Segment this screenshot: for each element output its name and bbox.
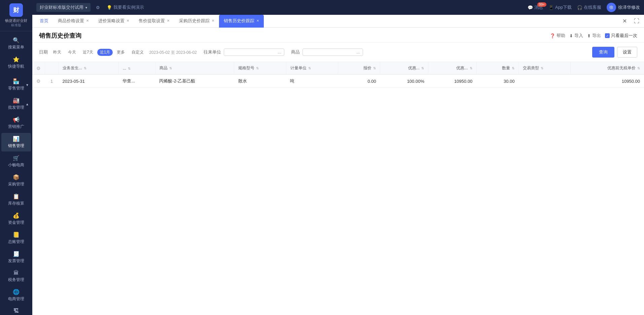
sidebar-item-invoice[interactable]: 🧾 发票管理 [1,248,31,267]
version-selector[interactable]: 好业财标准版交付试用 ▾ [36,3,91,12]
sidebar-item-quicknav[interactable]: ⭐ 快捷导航 [1,54,31,72]
username: 徐泽华修改 [618,4,640,10]
tab-sales-history[interactable]: 销售历史价跟踪 ✕ [219,15,264,28]
date-option-custom[interactable]: 自定义 [129,49,146,56]
only-last-checkbox[interactable]: ✓ [605,33,610,38]
date-option-more[interactable]: 更多 [114,49,128,56]
sidebar-item-tax[interactable]: 🏛 税务管理 [1,267,31,285]
app-download-btn[interactable]: 📱 App下载 [548,4,572,10]
col-date-sort-icon[interactable]: ⇅ [84,66,86,70]
online-service-btn[interactable]: 🎧 在线客服 [577,4,601,10]
sidebar-item-ecommerce-small[interactable]: 🛒 小畅电商 [1,152,31,171]
page-content: 销售历史价查询 ❓ 帮助 ⬇ 导入 ⬆ 导出 ✓ 只看最后一次 [32,28,644,315]
sidebar-item-assets[interactable]: 🏗 固定资产 [1,305,31,315]
wholesale-icon: 🏭 [13,97,20,104]
sidebar-item-search[interactable]: 🔍 搜索菜单 [1,34,31,53]
filter-bar: 日期 昨天 今天 近7天 近1月 更多 自定义 2023-05-02 至 202… [32,43,644,62]
sidebar-item-purchase[interactable]: 📦 采购管理 [1,171,31,190]
col-unit-sort-icon[interactable]: ⇅ [308,66,311,70]
col-taxfree-sort-icon[interactable]: ⇅ [637,66,640,70]
col-header-qty[interactable]: 数量 ⇅ [476,62,518,75]
export-btn[interactable]: ⬆ 导出 [587,33,601,39]
row-gear-icon[interactable]: ⚙ [36,78,41,84]
col-header-discount2[interactable]: 优惠... ⇅ [428,62,476,75]
sidebar-item-finance[interactable]: 💰 资金管理 [1,210,31,228]
col-header-unit[interactable]: 计量单位 ⇅ [286,62,338,75]
table-gear-icon[interactable]: ⚙ [36,66,41,71]
col-header-product[interactable]: 商品 ⇅ [155,62,234,75]
sidebar: 财 畅捷通好业财 标准版 🔍 搜索菜单 ⭐ 快捷导航 🏪 零售管理 ▼ 🏭 批发… [0,0,32,315]
sidebar-item-sales[interactable]: 📊 销售管理 [1,133,31,151]
col-trade-type-sort-icon[interactable]: ⇅ [541,66,543,70]
page-header: 销售历史价查询 ❓ 帮助 ⬇ 导入 ⬆ 导出 ✓ 只看最后一次 [32,28,644,43]
col-header-discount1[interactable]: 优惠... ⇅ [380,62,428,75]
topbar-settings-gear-icon: ⚙ [96,5,100,10]
row-tax-free-cell: 10950.00 [571,75,644,88]
tab-price-strategy-close-icon[interactable]: ✕ [127,19,129,23]
import-btn[interactable]: ⬇ 导入 [569,33,583,39]
date-option-yesterday[interactable]: 昨天 [50,49,64,56]
demo-link[interactable]: 💡 我要看实例演示 [107,4,144,10]
sidebar-item-inventory[interactable]: 📋 库存核算 [1,190,31,209]
col-discount1-sort-icon[interactable]: ⇅ [421,66,424,70]
tab-product-price-close-icon[interactable]: ✕ [86,19,89,23]
col-header-extra[interactable]: ... ⇅ [118,62,155,75]
tab-expand-btn[interactable]: ⛶ [632,16,641,26]
only-last-label: 只看最后一次 [611,33,637,39]
col-spec-label: 规格型号 [238,66,254,70]
invoice-icon: 🧾 [13,251,20,257]
ecommerce-icon: 🌐 [13,289,20,295]
col-header-trade-type[interactable]: 交易类型 ⇅ [518,62,571,75]
retail-arrow-icon: ▼ [26,83,29,86]
export-label: 导出 [592,33,601,39]
tab-product-price[interactable]: 商品价格设置 ✕ [53,15,94,28]
sidebar-item-ecommerce[interactable]: 🌐 电商管理 [1,286,31,305]
sidebar-item-ledger[interactable]: 📒 总账管理 [1,229,31,247]
filter-settings-button[interactable]: 设置 [617,47,637,58]
date-option-today[interactable]: 今天 [65,49,79,56]
col-header-date[interactable]: 业务发生... ⇅ [59,62,119,75]
marketing-icon: 📢 [13,116,20,123]
tab-price-strategy[interactable]: 进价策略设置 ✕ [94,15,134,28]
col-header-spec[interactable]: 规格型号 ⇅ [234,62,286,75]
col-discount2-sort-icon[interactable]: ⇅ [470,66,472,70]
supplier-more-icon[interactable]: ... [278,50,281,55]
tab-purchase-history[interactable]: 采购历史价跟踪 ✕ [174,15,219,28]
finance-icon: 💰 [13,212,20,219]
col-price-sort-icon[interactable]: ⇅ [373,66,376,70]
tab-home[interactable]: 首页 [35,15,53,28]
query-button[interactable]: 查询 [592,47,614,58]
user-menu[interactable]: 徐 徐泽华修改 [607,3,640,12]
col-product-sort-icon[interactable]: ⇅ [169,66,172,70]
tab-close-window-btn[interactable]: ✕ [620,16,629,26]
tab-sales-history-close-icon[interactable]: ✕ [256,19,259,23]
product-input[interactable]: ... [302,48,363,56]
only-last-checkbox-wrap[interactable]: ✓ 只看最后一次 [605,33,637,39]
tab-home-label: 首页 [40,18,48,24]
tabs-bar: 首页 商品价格设置 ✕ 进价策略设置 ✕ 售价提取设置 ✕ 采购历史价跟踪 ✕ … [32,15,644,28]
col-header-num [45,62,59,75]
supplier-filter-group: 往来单位 ... [204,48,284,56]
col-header-price[interactable]: 报价 ⇅ [338,62,380,75]
topbar-settings-btn[interactable]: ⚙ [93,3,103,12]
tab-price-extract-close-icon[interactable]: ✕ [167,19,170,23]
col-tax-free-label: 优惠前无税单价 [607,66,636,70]
date-option-last1m[interactable]: 近1月 [97,49,113,56]
date-option-last7[interactable]: 近7天 [80,49,96,56]
help-btn[interactable]: ❓ 帮助 [550,33,565,39]
sidebar-item-retail[interactable]: 🏪 零售管理 ▼ [1,75,31,94]
col-extra-sort-icon[interactable]: ⇅ [128,67,131,70]
table-header-row: ⚙ 业务发生... ⇅ ... ⇅ 商品 ⇅ [32,62,644,75]
tab-product-price-label: 商品价格设置 [58,18,84,24]
messages-btn[interactable]: 💬 消息 99+ [528,4,543,10]
col-qty-sort-icon[interactable]: ⇅ [512,66,514,70]
supplier-input[interactable]: ... [224,48,284,56]
import-icon: ⬇ [569,33,573,38]
tab-price-extract[interactable]: 售价提取设置 ✕ [134,15,174,28]
product-more-icon[interactable]: ... [357,50,360,55]
tab-purchase-history-close-icon[interactable]: ✕ [212,19,214,23]
sidebar-item-wholesale[interactable]: 🏭 批发管理 ▲ [1,95,31,113]
col-spec-sort-icon[interactable]: ⇅ [256,66,259,70]
sidebar-item-marketing[interactable]: 📢 营销推广 [1,114,31,132]
col-header-tax-free[interactable]: 优惠前无税单价 ⇅ [571,62,644,75]
